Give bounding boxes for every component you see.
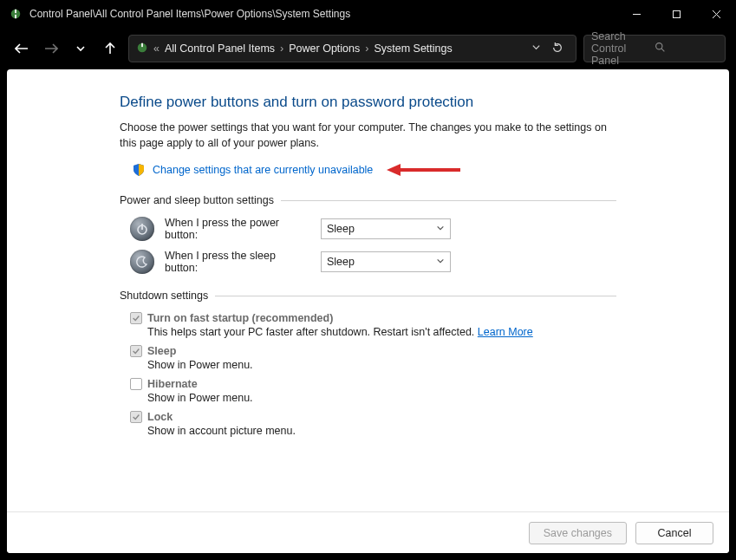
- cancel-button[interactable]: Cancel: [635, 522, 713, 544]
- search-input[interactable]: Search Control Panel: [583, 35, 726, 62]
- learn-more-link[interactable]: Learn More: [478, 326, 533, 338]
- window-titlebar: Control Panel\All Control Panel Items\Po…: [0, 0, 736, 28]
- navigation-bar: « All Control Panel Items › Power Option…: [0, 28, 736, 69]
- group-title: Shutdown settings: [120, 290, 208, 302]
- svg-rect-1: [15, 10, 16, 13]
- up-button[interactable]: [99, 37, 121, 60]
- breadcrumb-leading: «: [153, 42, 160, 55]
- forward-button[interactable]: [40, 37, 62, 60]
- chevron-down-icon[interactable]: [531, 42, 541, 55]
- refresh-icon[interactable]: [551, 42, 563, 56]
- footer: Save changes Cancel: [7, 511, 729, 553]
- breadcrumb-item[interactable]: All Control Panel Items: [165, 42, 275, 55]
- power-button-select[interactable]: Sleep: [321, 218, 451, 239]
- sleep-button-select[interactable]: Sleep: [321, 251, 451, 272]
- fast-startup-help: This helps start your PC faster after sh…: [147, 326, 478, 338]
- address-bar[interactable]: « All Control Panel Items › Power Option…: [128, 35, 576, 62]
- hibernate-checkbox[interactable]: [130, 378, 142, 390]
- sleep-checkbox[interactable]: [130, 345, 142, 357]
- search-placeholder: Search Control Panel: [591, 30, 655, 67]
- lock-help: Show in account picture menu.: [147, 425, 616, 437]
- recent-locations-button[interactable]: [69, 37, 92, 60]
- lock-label: Lock: [147, 411, 173, 423]
- window-title: Control Panel\All Control Panel Items\Po…: [29, 8, 616, 20]
- power-icon: [130, 217, 154, 241]
- shield-icon: [132, 163, 146, 177]
- lock-checkbox[interactable]: [130, 411, 142, 423]
- page-heading: Define power buttons and turn on passwor…: [120, 94, 616, 111]
- power-button-label: When I press the power button:: [165, 217, 310, 241]
- select-value: Sleep: [327, 223, 355, 235]
- content-pane: Define power buttons and turn on passwor…: [7, 69, 729, 553]
- chevron-down-icon: [436, 223, 445, 235]
- breadcrumb-item[interactable]: Power Options: [289, 42, 360, 55]
- back-button[interactable]: [10, 37, 33, 60]
- sleep-help: Show in Power menu.: [147, 359, 616, 371]
- breadcrumb-item[interactable]: System Settings: [374, 42, 452, 55]
- close-button[interactable]: [696, 0, 736, 28]
- hibernate-help: Show in Power menu.: [147, 392, 616, 404]
- chevron-down-icon: [436, 256, 445, 268]
- minimize-button[interactable]: [616, 0, 656, 28]
- power-sleep-group: Power and sleep button settings When I p…: [120, 194, 616, 274]
- fast-startup-label: Turn on fast startup (recommended): [147, 312, 333, 324]
- hibernate-label: Hibernate: [147, 378, 198, 390]
- fast-startup-checkbox[interactable]: [130, 312, 142, 324]
- app-icon: [9, 7, 23, 21]
- chevron-right-icon: ›: [365, 42, 368, 55]
- annotation-arrow: [387, 161, 465, 179]
- select-value: Sleep: [327, 256, 355, 268]
- chevron-right-icon: ›: [280, 42, 283, 55]
- group-title: Power and sleep button settings: [120, 194, 274, 206]
- sleep-label: Sleep: [147, 345, 176, 357]
- svg-marker-12: [387, 164, 401, 176]
- svg-line-10: [661, 49, 664, 51]
- search-icon: [655, 42, 718, 55]
- page-description: Choose the power settings that you want …: [120, 120, 616, 151]
- change-settings-link[interactable]: Change settings that are currently unava…: [153, 164, 373, 176]
- save-changes-button[interactable]: Save changes: [529, 522, 627, 544]
- sleep-button-label: When I press the sleep button:: [165, 250, 310, 274]
- maximize-button[interactable]: [656, 0, 696, 28]
- svg-point-9: [656, 43, 662, 49]
- svg-rect-4: [673, 10, 680, 17]
- control-panel-icon: [136, 42, 148, 56]
- sleep-icon: [130, 250, 154, 274]
- shutdown-group: Shutdown settings Turn on fast startup (…: [120, 290, 616, 437]
- svg-rect-8: [141, 42, 143, 46]
- svg-rect-2: [15, 15, 16, 18]
